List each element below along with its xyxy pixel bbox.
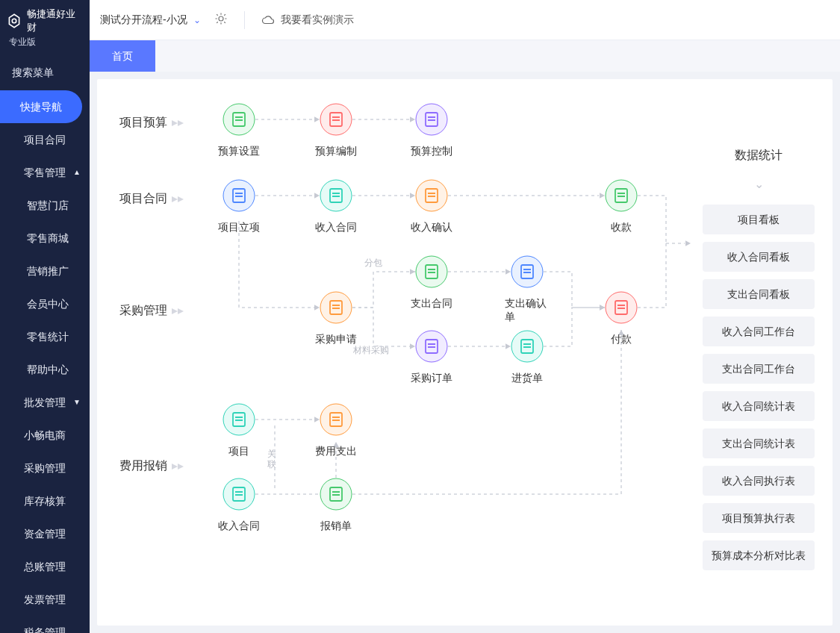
svg-point-29: [606, 180, 637, 211]
node-icon: [511, 255, 544, 288]
divider: [244, 11, 245, 29]
sidebar-item-2[interactable]: 零售管理▲: [0, 156, 90, 189]
node-reimburse[interactable]: 报销单: [314, 478, 358, 533]
node-icon: [320, 291, 352, 324]
node-icon: [320, 478, 352, 511]
sidebar-item-13[interactable]: 资金管理: [0, 517, 90, 550]
sidebar-item-4[interactable]: 零售商城: [0, 222, 90, 255]
node-icon: [320, 403, 352, 436]
node-label: 进货单: [511, 372, 543, 385]
node-income_contract[interactable]: 收入合同: [314, 179, 358, 234]
svg-point-17: [416, 104, 447, 135]
node-label: 项目立项: [218, 221, 260, 234]
node-icon: [415, 179, 448, 212]
brand-logo-icon: [6, 13, 22, 29]
svg-point-59: [320, 478, 352, 510]
sidebar-item-14[interactable]: 总账管理: [0, 550, 90, 583]
svg-point-0: [12, 19, 16, 23]
node-icon: [511, 330, 544, 363]
demo-label: 我要看实例演示: [281, 13, 354, 27]
node-icon: [223, 478, 255, 511]
org-selector[interactable]: 测试分开流程-小况 ⌄: [100, 13, 201, 27]
node-icon: [223, 103, 255, 136]
svg-point-26: [416, 180, 447, 211]
svg-point-32: [416, 256, 447, 287]
node-out_contract[interactable]: 支出合同: [409, 255, 454, 311]
search-menu[interactable]: 搜索菜单: [0, 56, 90, 90]
brand-row: 畅捷通好业财: [0, 0, 90, 36]
svg-point-50: [223, 404, 255, 435]
sidebar-item-1[interactable]: 项目合同: [0, 123, 90, 156]
node-budget_make[interactable]: 预算编制: [314, 103, 358, 158]
node-receive[interactable]: 收款: [599, 179, 644, 234]
node-income_contract2[interactable]: 收入合同: [217, 478, 261, 533]
sidebar-item-0[interactable]: 快捷导航: [0, 90, 82, 123]
svg-point-53: [320, 404, 352, 435]
node-pur_apply[interactable]: 采购申请: [314, 291, 358, 346]
svg-point-56: [223, 478, 255, 510]
edition-label: 专业版: [0, 36, 90, 56]
node-icon: [320, 103, 352, 136]
sidebar-item-16[interactable]: 税务管理: [0, 616, 90, 633]
node-icon: [415, 103, 448, 136]
svg-point-38: [320, 292, 352, 323]
node-project[interactable]: 项目: [217, 403, 261, 458]
node-label: 收入确认: [411, 221, 452, 234]
node-out_confirm[interactable]: 支出确认单: [505, 255, 550, 324]
cloud-icon: [261, 13, 275, 27]
node-label: 预算编制: [315, 145, 357, 158]
node-icon: [223, 179, 255, 212]
svg-point-14: [320, 104, 352, 135]
sidebar-item-5[interactable]: 营销推广: [0, 255, 90, 287]
node-label: 支出确认单: [505, 297, 550, 324]
node-pay[interactable]: 付款: [599, 291, 644, 346]
chevron-down-icon: ⌄: [193, 15, 201, 25]
node-icon: [223, 403, 255, 436]
sidebar-item-6[interactable]: 会员中心: [0, 287, 90, 320]
sidebar-item-11[interactable]: 采购管理: [0, 452, 90, 484]
caret-down-icon: ▼: [73, 386, 81, 419]
flow-panel: 项目预算 项目合同 采购管理 费用报销 数据统计 ⌄ 项目看板收入合同看板支出合…: [97, 79, 833, 626]
svg-point-44: [416, 331, 447, 362]
sidebar: 畅捷通好业财 专业版 搜索菜单 快捷导航项目合同零售管理▲智慧门店零售商城营销推…: [0, 0, 90, 633]
sidebar-item-3[interactable]: 智慧门店: [0, 189, 90, 222]
org-name: 测试分开流程-小况: [100, 13, 187, 27]
tabbar: 首页: [90, 40, 840, 72]
sidebar-menu: 快捷导航项目合同零售管理▲智慧门店零售商城营销推广会员中心零售统计帮助中心批发管…: [0, 90, 90, 633]
node-label: 收入合同: [315, 221, 357, 234]
sidebar-item-10[interactable]: 小畅电商: [0, 419, 90, 452]
node-label: 费用支出: [315, 445, 357, 458]
svg-point-20: [223, 180, 255, 211]
flow-edges: [97, 79, 829, 626]
node-budget_set[interactable]: 预算设置: [217, 103, 261, 158]
node-budget_ctrl[interactable]: 预算控制: [409, 103, 454, 158]
node-expense_out[interactable]: 费用支出: [314, 403, 358, 458]
node-grn[interactable]: 进货单: [505, 330, 550, 385]
node-label: 预算设置: [218, 145, 260, 158]
gear-icon[interactable]: [214, 12, 228, 28]
sidebar-item-12[interactable]: 库存核算: [0, 484, 90, 517]
tab-home[interactable]: 首页: [90, 40, 155, 72]
sidebar-item-9[interactable]: 批发管理▼: [0, 386, 90, 419]
node-income_confirm[interactable]: 收入确认: [409, 179, 454, 234]
caret-up-icon: ▲: [73, 156, 81, 189]
content-area: 项目预算 项目合同 采购管理 费用报销 数据统计 ⌄ 项目看板收入合同看板支出合…: [90, 72, 840, 633]
svg-point-41: [606, 292, 637, 323]
node-icon: [320, 179, 352, 212]
node-label: 支出合同: [411, 297, 452, 311]
svg-point-35: [511, 256, 543, 287]
sidebar-item-15[interactable]: 发票管理: [0, 583, 90, 616]
demo-link[interactable]: 我要看实例演示: [261, 13, 354, 27]
node-icon: [415, 330, 448, 363]
node-label: 收入合同: [218, 520, 260, 533]
sidebar-item-8[interactable]: 帮助中心: [0, 353, 90, 386]
node-label: 预算控制: [411, 145, 452, 158]
node-icon: [605, 179, 638, 212]
svg-point-47: [511, 331, 543, 362]
node-icon: [415, 255, 448, 288]
sidebar-item-7[interactable]: 零售统计: [0, 320, 90, 353]
node-po[interactable]: 采购订单: [409, 330, 454, 385]
node-proj_init[interactable]: 项目立项: [217, 179, 261, 234]
node-label: 采购申请: [315, 333, 357, 346]
svg-point-23: [320, 180, 352, 211]
